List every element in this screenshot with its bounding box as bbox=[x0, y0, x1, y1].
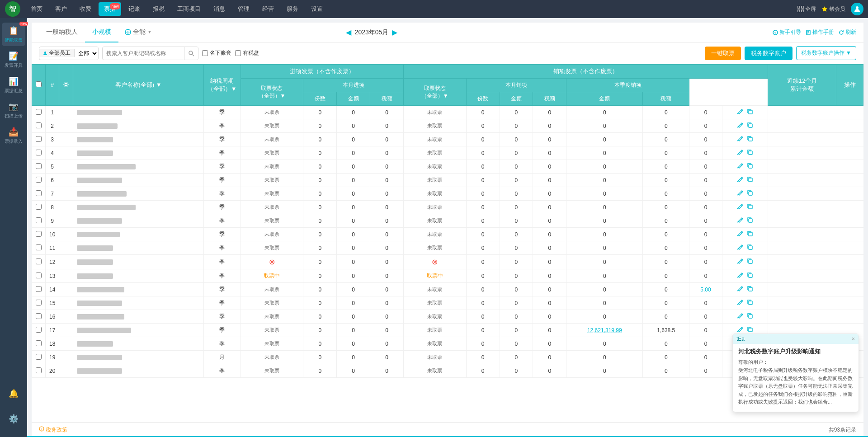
row-client-name[interactable]: ████████ bbox=[73, 255, 203, 269]
row-client-name[interactable]: ████ bbox=[73, 337, 203, 351]
copy-btn[interactable] bbox=[747, 110, 753, 116]
row-client-name[interactable]: ████████ bbox=[73, 133, 203, 146]
copy-btn[interactable] bbox=[747, 273, 753, 280]
edit-btn[interactable] bbox=[737, 164, 745, 170]
copy-btn[interactable] bbox=[747, 137, 753, 143]
row-checkbox[interactable] bbox=[36, 204, 42, 210]
nav-item-service[interactable]: 服务 bbox=[281, 2, 304, 16]
sidebar-item-ticket-entry[interactable]: 📥 票据录入 bbox=[2, 124, 25, 147]
header-out-status[interactable]: 取票状态（全部）▼ bbox=[403, 79, 466, 106]
edit-btn[interactable] bbox=[737, 205, 745, 211]
tab-all-capable[interactable]: 全 全能 ▼ bbox=[118, 23, 158, 42]
row-checkbox[interactable] bbox=[36, 136, 42, 142]
row-client-name[interactable]: ████████████ bbox=[73, 174, 203, 187]
sidebar-item-invoice-open[interactable]: 📝 发票开具 bbox=[2, 48, 25, 71]
edit-btn[interactable] bbox=[737, 273, 745, 280]
search-input[interactable] bbox=[103, 50, 184, 56]
row-client-name[interactable]: ████████████████ bbox=[73, 187, 203, 201]
row-client-name[interactable]: ████████████ bbox=[73, 106, 203, 119]
row-checkbox[interactable] bbox=[36, 231, 42, 237]
select-all-checkbox[interactable] bbox=[36, 81, 42, 87]
tax-policy-link[interactable]: ! 税务政策 bbox=[39, 426, 67, 434]
row-checkbox[interactable] bbox=[36, 244, 42, 250]
edit-btn[interactable] bbox=[737, 314, 745, 320]
nav-item-manage[interactable]: 管理 bbox=[232, 2, 255, 16]
has-tax-disk-checkbox[interactable] bbox=[235, 50, 241, 56]
employee-select[interactable]: 全部 bbox=[75, 47, 98, 60]
refresh-btn[interactable]: 刷新 bbox=[839, 28, 856, 36]
sidebar-item-ticket-summary[interactable]: 📊 票据汇总 bbox=[2, 73, 25, 97]
edit-btn[interactable] bbox=[737, 123, 745, 130]
fullscreen-btn[interactable]: 全屏 bbox=[797, 5, 816, 13]
user-avatar[interactable] bbox=[851, 3, 863, 15]
row-checkbox[interactable] bbox=[36, 313, 42, 319]
header-in-status[interactable]: 取票状态（全部）▼ bbox=[241, 79, 303, 106]
copy-btn[interactable] bbox=[747, 287, 753, 293]
edit-btn[interactable] bbox=[737, 178, 745, 184]
row-checkbox[interactable] bbox=[36, 109, 42, 115]
row-client-name[interactable]: ████████████ bbox=[73, 351, 203, 364]
sidebar-item-config[interactable]: ⚙️ bbox=[2, 407, 25, 431]
copy-btn[interactable] bbox=[747, 301, 753, 307]
popup-close-btn[interactable]: × bbox=[852, 336, 855, 342]
row-client-name[interactable]: ████████████ bbox=[73, 214, 203, 228]
new-guide-btn[interactable]: ? 新手引导 bbox=[773, 28, 801, 36]
copy-btn[interactable] bbox=[747, 232, 753, 238]
nav-item-accounting[interactable]: 记账 bbox=[123, 2, 146, 16]
sub-account-checkbox[interactable] bbox=[202, 50, 208, 56]
row-checkbox[interactable] bbox=[36, 122, 42, 128]
row-client-name[interactable]: ████████████████ bbox=[73, 324, 203, 337]
next-month-btn[interactable]: ▶ bbox=[392, 28, 397, 37]
copy-btn[interactable] bbox=[747, 328, 753, 334]
row-checkbox[interactable] bbox=[36, 286, 42, 292]
edit-btn[interactable] bbox=[737, 137, 745, 143]
row-checkbox[interactable] bbox=[36, 177, 42, 183]
nav-item-home[interactable]: 首页 bbox=[25, 2, 48, 16]
copy-btn[interactable] bbox=[747, 245, 753, 252]
tax-digital-account-btn[interactable]: 税务数字账户 bbox=[745, 47, 793, 60]
row-checkbox[interactable] bbox=[36, 217, 42, 223]
edit-btn[interactable] bbox=[737, 245, 745, 252]
row-checkbox[interactable] bbox=[36, 190, 42, 196]
row-checkbox[interactable] bbox=[36, 150, 42, 155]
manual-btn[interactable]: 操作手册 bbox=[806, 28, 834, 36]
header-settings-col[interactable] bbox=[59, 65, 73, 106]
row-client-name[interactable]: ████████████ bbox=[73, 228, 203, 241]
row-client-name[interactable]: ████████████████... bbox=[73, 201, 203, 214]
sub-account-checkbox-label[interactable]: 名下账套 bbox=[202, 49, 231, 57]
app-logo[interactable]: 智 bbox=[5, 1, 21, 17]
nav-item-client[interactable]: 客户 bbox=[50, 2, 72, 16]
one-click-fetch-btn[interactable]: 一键取票 bbox=[705, 47, 741, 60]
row-checkbox[interactable] bbox=[36, 327, 42, 333]
edit-btn[interactable] bbox=[737, 287, 745, 293]
edit-btn[interactable] bbox=[737, 191, 745, 197]
copy-btn[interactable] bbox=[747, 314, 753, 320]
prev-month-btn[interactable]: ◀ bbox=[346, 28, 351, 37]
sidebar-item-notification[interactable]: 🔔 bbox=[2, 382, 25, 405]
tab-small-scale[interactable]: 小规模 bbox=[85, 23, 118, 42]
row-client-name[interactable]: ████e bbox=[73, 241, 203, 255]
edit-btn[interactable] bbox=[737, 110, 745, 116]
row-client-name[interactable]: ████████████ bbox=[73, 296, 203, 310]
edit-btn[interactable] bbox=[737, 259, 745, 266]
row-checkbox[interactable] bbox=[36, 163, 42, 169]
edit-btn[interactable] bbox=[737, 150, 745, 157]
nav-item-message[interactable]: 消息 bbox=[208, 2, 231, 16]
nav-item-operation[interactable]: 经营 bbox=[257, 2, 279, 16]
vip-member-btn[interactable]: 帮会员 bbox=[821, 5, 845, 13]
row-checkbox[interactable] bbox=[36, 273, 42, 278]
employee-select-group[interactable]: 全部员工 全部 bbox=[39, 47, 99, 60]
nav-item-business[interactable]: 工商项目 bbox=[172, 2, 206, 16]
nav-item-fee[interactable]: 收费 bbox=[74, 2, 97, 16]
row-checkbox[interactable] bbox=[36, 367, 42, 373]
copy-btn[interactable] bbox=[747, 191, 753, 197]
row-client-name[interactable]: ████████████ bbox=[73, 310, 203, 324]
row-client-name[interactable]: ████████ bbox=[73, 269, 203, 283]
copy-btn[interactable] bbox=[747, 164, 753, 170]
copy-btn[interactable] bbox=[747, 205, 753, 211]
nav-item-ticket[interactable]: 票据 new bbox=[99, 2, 121, 16]
tab-general-taxpayer[interactable]: 一般纳税人 bbox=[39, 23, 85, 42]
sidebar-item-scan-upload[interactable]: 📷 扫描上传 bbox=[2, 99, 25, 122]
nav-item-tax[interactable]: 报税 bbox=[147, 2, 170, 16]
row-checkbox[interactable] bbox=[36, 258, 42, 264]
